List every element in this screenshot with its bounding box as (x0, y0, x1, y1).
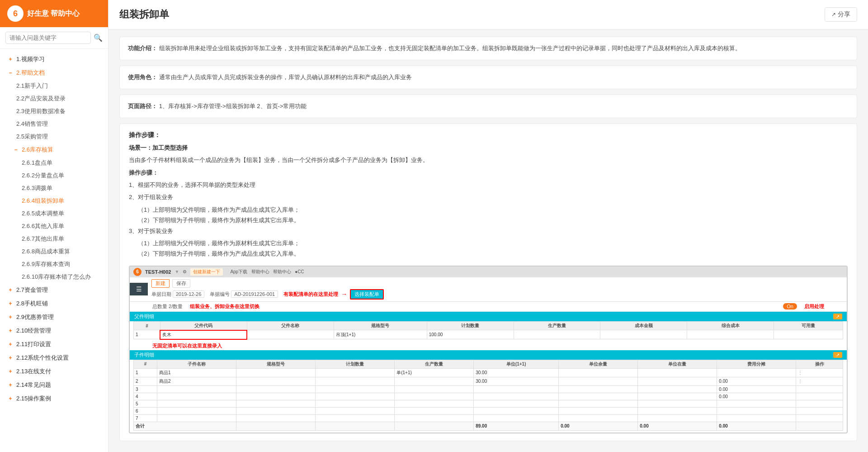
parent-table: # 父件代码 父件名称 规格型号 计划数量 生产数量 成本金额 综合成本 可用量 (133, 321, 843, 340)
search-input[interactable] (5, 32, 91, 44)
sidebar-item-2-6-3[interactable]: 2.6.3调拨单 (0, 182, 108, 195)
step2-sub2: （2）下部明细为子件明细，最终作为原材料生成其它出库单。 (138, 215, 848, 225)
select-bom-btn[interactable]: 选择装配单 (350, 289, 384, 300)
app-topbar-create-btn[interactable]: 创建新建一下 (190, 268, 223, 276)
app-topbar-icon1: ⚙ (183, 269, 187, 274)
app-topbar-id: TEST-H002 (145, 269, 171, 275)
operation-steps-title: 操作步骤： (129, 131, 848, 139)
expand-btn-2[interactable]: ↗ (833, 352, 842, 358)
parent-section-header: 父件明细 ↗ (130, 312, 847, 321)
sidebar-item-2-8[interactable]: + 2.8手机旺铺 (0, 297, 108, 310)
child-row-3: 30.00 (134, 385, 843, 393)
sidebar-item-2-2[interactable]: 2.2产品安装及登录 (0, 92, 108, 105)
sidebar-item-2-6-7[interactable]: 2.6.7其他出库单 (0, 233, 108, 245)
sidebar-item-2-11[interactable]: + 2.11打印设置 (0, 338, 108, 351)
bom-annotation-area: 有装配清单的在这里处理 → 选择装配单 (283, 289, 384, 300)
child-row-4: 40.00 (134, 393, 843, 400)
sidebar-item-2-3[interactable]: 2.3使用前数据准备 (0, 105, 108, 118)
sidebar-item-2-4[interactable]: 2.4销售管理 (0, 118, 108, 130)
sidebar-item-2-10[interactable]: + 2.10经营管理 (0, 324, 108, 338)
sidebar-item-2-9-label: 2.9优惠券管理 (16, 313, 54, 321)
col-qty-header: 计划数量 (427, 321, 514, 330)
child-row-1-action[interactable]: ⋮ (798, 370, 802, 375)
child-col-v3: 单位在量 (638, 360, 717, 368)
plus-icon-2-15: + (7, 395, 14, 402)
step2-sub1: （1）上部明细为父件明细，最终作为产成品生成其它入库单； (138, 205, 848, 215)
app-tab-new[interactable]: 新建 (151, 279, 170, 288)
child-col-spec: 规格型号 (236, 360, 316, 368)
app-toolbar-inner: 新建 保存 单据日期 2019-12-26 单据编号 AD-2 (148, 277, 847, 301)
sidebar-item-docs-label: 2.帮助文档 (16, 69, 45, 77)
app-tab-row: 新建 保存 (151, 279, 843, 288)
sidebar: 6 好生意 帮助中心 🔍 + 1.视频学习 − 2.帮助文档 2.1新手入门 2… (0, 0, 108, 452)
child-col-v4: 费用分摊 (717, 360, 796, 368)
child-section-header: 子件明细 ↗ (130, 350, 847, 360)
sidebar-item-docs[interactable]: − 2.帮助文档 (0, 66, 108, 80)
sidebar-item-2-9[interactable]: + 2.9优惠券管理 (0, 310, 108, 324)
form-date-value[interactable]: 2019-12-26 (173, 290, 204, 298)
child-row-2-action[interactable]: ⋮ (798, 379, 802, 384)
annotation4-area: 无固定清单可以在这里直接录入 (130, 342, 847, 350)
sidebar-item-2-12[interactable]: + 2.12系统个性化设置 (0, 351, 108, 365)
expand-btn[interactable]: ↗ (833, 314, 842, 319)
app-screenshot: 6 TEST-H002 ▼ ⚙ 创建新建一下 App下载 帮助中心 帮助中心 ●… (129, 266, 848, 433)
sidebar-item-2-6-5[interactable]: 2.6.5成本调整单 (0, 207, 108, 220)
sidebar-item-2-14-label: 2.14常见问题 (16, 381, 51, 389)
sidebar-item-2-11-label: 2.11打印设置 (16, 340, 51, 348)
sidebar-item-2-13[interactable]: + 2.13在线支付 (0, 365, 108, 378)
step3-sub1: （1）上部明细为父件明细，最终作为原材料生成其它出库单； (138, 238, 848, 248)
child-table: # 子件名称 规格型号 计划数量 生产数量 单位(1+1) 单位余量 单位在量 … (133, 360, 843, 431)
annotation4-label: 无固定清单可以在这里直接录入 (152, 343, 222, 348)
sidebar-item-video[interactable]: + 1.视频学习 (0, 52, 108, 66)
share-button[interactable]: ↗ 分享 (825, 7, 857, 22)
app-side-icons: ☰ (130, 283, 148, 295)
minus-icon: − (7, 70, 14, 76)
form-date-label: 单据日期 (151, 291, 171, 298)
footer-total4: 0.00 (717, 422, 796, 430)
content-area: 功能介绍： 组装拆卸单用来处理企业组装或拆卸等加工业务，支持有固定装配清单的产品… (108, 29, 868, 452)
footer-total2: 0.00 (559, 422, 638, 430)
child-col-v2: 单位余量 (559, 360, 638, 368)
screenshot-wrapper: 6 TEST-H002 ▼ ⚙ 创建新建一下 App下载 帮助中心 帮助中心 ●… (129, 266, 848, 433)
sidebar-item-2-10-label: 2.10经营管理 (16, 327, 51, 335)
sidebar-item-2-6-9[interactable]: 2.6.9库存账本查询 (0, 258, 108, 271)
sidebar-item-2-6-8[interactable]: 2.6.8商品成本重算 (0, 245, 108, 258)
main-header: 组装拆卸单 ↗ 分享 (108, 0, 868, 29)
parent-qty-1: 100.00 (427, 330, 514, 339)
plus-icon-2-10: + (7, 328, 14, 334)
app-tab-save[interactable]: 保存 (172, 279, 190, 288)
app-form-row: 单据日期 2019-12-26 单据编号 AD-20191226-001 有装配… (151, 289, 843, 300)
sidebar-item-2-6-6[interactable]: 2.6.6其他入库单 (0, 220, 108, 233)
sidebar-item-2-15[interactable]: + 2.15操作案例 (0, 392, 108, 405)
child-table-wrapper: # 子件名称 规格型号 计划数量 生产数量 单位(1+1) 单位余量 单位在量 … (130, 360, 847, 433)
annotation1-label: 有装配清单的在这里处理 (283, 291, 338, 298)
steps-subtitle: 操作步骤： (129, 167, 848, 178)
sidebar-item-2-6-10[interactable]: 2.6.10库存账本错了怎么办 (0, 271, 108, 283)
sidebar-item-2-6-1[interactable]: 2.6.1盘点单 (0, 157, 108, 169)
sidebar-item-2-7-label: 2.7资金管理 (16, 286, 48, 294)
app-icons-right: App下载 帮助中心 帮助中心 ●CC (230, 269, 304, 275)
plus-icon-2-7: + (7, 287, 14, 293)
parent-cost-1 (600, 330, 687, 339)
toggle-on-label[interactable]: On (783, 303, 797, 309)
main-content: 组装拆卸单 ↗ 分享 功能介绍： 组装拆卸单用来处理企业组装或拆卸等加工业务，支… (108, 0, 868, 452)
sidebar-item-2-6-2[interactable]: 2.6.2分量盘点单 (0, 169, 108, 182)
search-button[interactable]: 🔍 (94, 33, 103, 42)
form-no-value[interactable]: AD-20191226-001 (231, 290, 278, 298)
sidebar-item-2-1[interactable]: 2.1新手入门 (0, 80, 108, 92)
sidebar-item-2-13-label: 2.13在线支付 (16, 367, 51, 376)
sidebar-item-2-14[interactable]: + 2.14常见问题 (0, 378, 108, 392)
child-row-7: 7 (134, 414, 843, 422)
plus-icon-2-11: + (7, 341, 14, 347)
footer-total1: 89.00 (474, 422, 559, 430)
role-text: 通常由生产人员或库管人员完成拆装业务的操作，库管人员确认原材料的出库和产成品的入… (159, 74, 412, 81)
col-name-header: 父件名称 (247, 321, 334, 330)
path-block: 页面路径： 1、库存核算->库存管理->组装拆卸单 2、首页->常用功能 (119, 95, 857, 118)
plus-icon: + (7, 56, 14, 62)
sidebar-item-2-7[interactable]: + 2.7资金管理 (0, 283, 108, 297)
sidebar-item-2-8-label: 2.8手机旺铺 (16, 300, 48, 308)
minus-icon-2-6: − (13, 147, 19, 153)
sidebar-item-2-6-4[interactable]: 2.6.4组装拆卸单 (0, 195, 108, 207)
sidebar-item-2-6[interactable]: − 2.6库存核算 (0, 143, 108, 157)
sidebar-item-2-5[interactable]: 2.5采购管理 (0, 130, 108, 143)
